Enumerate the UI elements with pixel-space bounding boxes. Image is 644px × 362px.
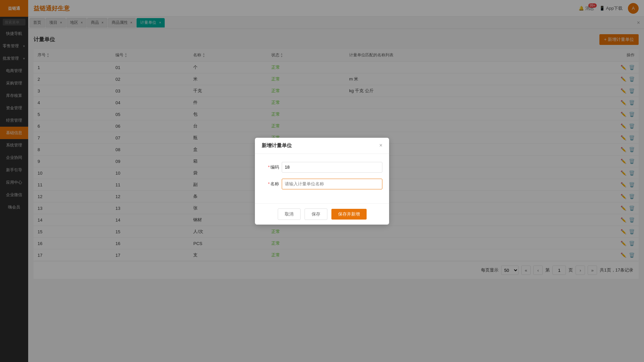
modal-close-button[interactable]: ×	[379, 142, 382, 148]
code-label: 编码	[262, 164, 282, 170]
save-and-new-button[interactable]: 保存并新增	[331, 209, 367, 220]
cancel-button[interactable]: 取消	[278, 208, 301, 220]
modal-footer: 取消 保存 保存并新增	[255, 203, 389, 225]
save-button[interactable]: 保存	[305, 208, 327, 220]
modal-body: 编码 名称	[255, 154, 389, 203]
code-input[interactable]	[282, 162, 382, 173]
name-field: 名称	[262, 179, 382, 189]
name-label: 名称	[262, 181, 282, 187]
add-unit-modal: 新增计量单位 × 编码 名称 取消 保存 保存并新增	[255, 138, 389, 225]
modal-overlay[interactable]: 新增计量单位 × 编码 名称 取消 保存 保存并新增	[0, 0, 644, 362]
modal-title: 新增计量单位	[262, 142, 292, 149]
name-input[interactable]	[282, 179, 382, 189]
modal-header: 新增计量单位 ×	[255, 138, 389, 154]
code-field: 编码	[262, 162, 382, 173]
